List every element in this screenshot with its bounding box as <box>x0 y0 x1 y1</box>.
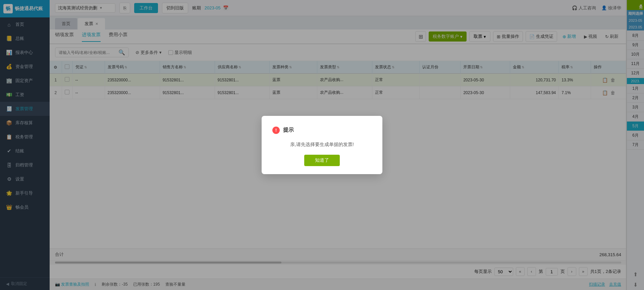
confirm-button[interactable]: 知道了 <box>304 155 340 166</box>
dialog-footer: 知道了 <box>304 155 340 166</box>
warning-icon: ! <box>272 127 280 134</box>
alert-dialog: ! 提示 亲,请先选择要生成单据的发票! 知道了 <box>262 116 382 174</box>
dialog-overlay[interactable]: ! 提示 亲,请先选择要生成单据的发票! 知道了 <box>0 0 644 290</box>
dialog-title: 提示 <box>283 127 294 134</box>
dialog-message: 亲,请先选择要生成单据的发票! <box>290 142 354 147</box>
dialog-header: ! 提示 <box>272 127 294 134</box>
dialog-body: 亲,请先选择要生成单据的发票! <box>290 141 354 148</box>
